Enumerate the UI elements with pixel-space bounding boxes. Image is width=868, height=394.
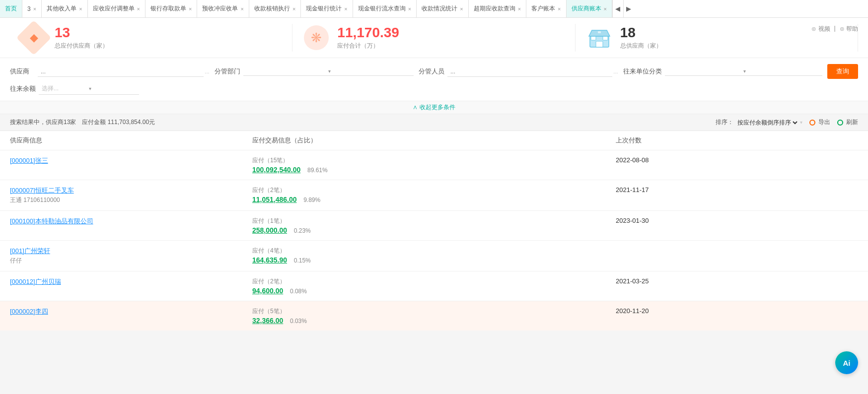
category-filter-select[interactable]: ▾ <box>665 67 823 76</box>
refresh-button[interactable]: 刷新 <box>837 118 858 127</box>
nav-next-arrow[interactable]: ▶ <box>623 0 634 17</box>
total-suppliers-count: 18 <box>620 25 662 41</box>
close-icon[interactable]: × <box>292 6 295 12</box>
close-icon[interactable]: × <box>79 6 82 12</box>
tx-label: 应付（15笔） <box>252 156 616 165</box>
table-header: 供应商信息 应付交易信息（占比） 上次付数 <box>0 131 868 150</box>
tx-amount[interactable]: 164,635.90 <box>252 256 287 264</box>
chevron-down-icon: ▾ <box>89 86 136 91</box>
ellipsis-icon: ... <box>205 68 209 74</box>
supplier-cell: [000002]李四 <box>10 307 252 325</box>
collapse-label: ∧ 收起更多条件 <box>413 104 455 111</box>
tx-amount[interactable]: 100,092,540.00 <box>252 166 300 174</box>
refresh-circle-icon <box>837 120 843 126</box>
supplier-name-link[interactable]: [000007]恒旺二手叉车 <box>10 186 252 195</box>
person-filter-input[interactable] <box>447 66 612 77</box>
close-icon[interactable]: × <box>344 6 347 12</box>
sort-chevron-icon: ▾ <box>800 120 802 125</box>
last-pay-date: 2023-01-30 <box>616 217 649 224</box>
close-icon[interactable]: × <box>558 6 561 12</box>
tx-percent: 0.08% <box>290 288 307 295</box>
nav-tab-prepay-offset[interactable]: 预收冲应收单 × <box>197 0 249 17</box>
tx-cell: 应付（2笔） 11,051,486.00 9.89% <box>252 186 616 204</box>
dept-filter-select[interactable]: ▾ <box>243 67 414 76</box>
close-icon[interactable]: × <box>518 6 521 12</box>
close-icon[interactable]: × <box>408 6 411 12</box>
tx-amount[interactable]: 94,600.00 <box>252 287 283 295</box>
table-row: [001]广州荣轩 仔仔 应付（4笔） 164,635.90 0.15% <box>0 241 868 271</box>
close-icon[interactable]: × <box>460 6 463 12</box>
close-icon[interactable]: × <box>137 6 140 12</box>
nav-tab-cash-bank-flow[interactable]: 现金银行流水查询 × <box>353 0 417 17</box>
supplier-name-link[interactable]: [000100]本特勒油品有限公司 <box>10 217 252 226</box>
supplier-filter-label: 供应商 <box>10 67 35 76</box>
table-row: [000007]恒旺二手叉车 王通 17106110000 应付（2笔） 11,… <box>0 180 868 211</box>
svg-rect-2 <box>591 36 596 40</box>
summary-bar: 13 总应付供应商（家） 11,170.39 应付合计（万） <box>0 18 868 58</box>
balance-filter-select[interactable]: 选择... ▾ <box>39 83 139 95</box>
close-icon[interactable]: × <box>33 6 36 12</box>
collapse-bar[interactable]: ∧ 收起更多条件 <box>0 101 868 114</box>
sort-select[interactable]: 按应付余额倒序排序 <box>735 119 799 127</box>
tx-cell: 应付（15笔） 100,092,540.00 89.61% <box>252 156 616 174</box>
supplier-filter-input[interactable] <box>38 66 204 77</box>
help-links: ⊙ 视频 | ⊙ 帮助 <box>811 25 858 33</box>
tx-amount[interactable]: 11,051,486.00 <box>252 196 297 203</box>
tx-percent: 0.03% <box>290 318 307 325</box>
category-filter-label: 往来单位分类 <box>623 67 662 76</box>
table-row: [000001]张三 应付（15笔） 100,092,540.00 89.61%… <box>0 150 868 180</box>
tx-amount[interactable]: 32,366.00 <box>252 317 283 325</box>
result-text-amount: 应付金额 111,703,854.00元 <box>82 118 155 127</box>
tx-amount[interactable]: 258,000.00 <box>252 226 287 234</box>
table-row: [000100]本特勒油品有限公司 应付（1笔） 258,000.00 0.23… <box>0 211 868 241</box>
video-link[interactable]: ⊙ 视频 <box>811 25 830 33</box>
nav-prev-arrow[interactable]: ◀ <box>612 0 623 17</box>
nav-tab-bank-deposit[interactable]: 银行存取款单 × <box>145 0 197 17</box>
payable-total-amount: 11,170.39 <box>337 25 399 41</box>
filter-person: 分管人员 ... <box>419 66 618 77</box>
data-table: 供应商信息 应付交易信息（占比） 上次付数 [000001]张三 应付（15笔）… <box>0 131 868 330</box>
filter-category: 往来单位分类 ▾ <box>623 67 823 76</box>
nav-tab-ar-ap-adjust[interactable]: 应收应付调整单 × <box>88 0 145 17</box>
search-button[interactable]: 查询 <box>827 64 858 79</box>
nav-tab-home[interactable]: 首页 <box>0 0 22 17</box>
nav-tab-overdue-ar[interactable]: 超期应收款查询 × <box>469 0 526 17</box>
chevron-down-icon: ▾ <box>743 68 819 74</box>
export-circle-icon <box>809 120 815 126</box>
nav-tab-customer-ledger[interactable]: 客户账本 × <box>526 0 566 17</box>
filter-area: 供应商 ... 分管部门 ▾ 分管人员 ... 往来单位分类 ▾ 查询 往来 <box>0 58 868 101</box>
close-icon[interactable]: × <box>604 6 607 12</box>
filter-row-2: 往来余额 选择... ▾ <box>10 83 858 95</box>
supplier-name-link[interactable]: [000002]李四 <box>10 307 252 316</box>
last-pay-cell: 2023-01-30 <box>616 217 858 234</box>
payable-suppliers-label: 总应付供应商（家） <box>55 42 108 50</box>
nav-tab-collection-stat[interactable]: 收款情况统计 × <box>417 0 468 17</box>
last-pay-date: 2021-03-25 <box>616 277 649 285</box>
tx-percent: 0.23% <box>294 227 311 234</box>
summary-card-payable-total: 11,170.39 应付合计（万） <box>292 24 575 52</box>
col-header-lastpay: 上次付数 <box>616 136 858 145</box>
supplier-name-link[interactable]: [000001]张三 <box>10 156 252 165</box>
close-icon[interactable]: × <box>240 6 243 12</box>
supplier-name-link[interactable]: [000012]广州贝瑞 <box>10 277 252 286</box>
tx-cell: 应付（5笔） 32,366.00 0.03% <box>252 307 616 325</box>
nav-tab-other-income[interactable]: 其他收入单 × <box>42 0 87 17</box>
summary-card-payable-suppliers: 13 总应付供应商（家） <box>10 24 292 52</box>
filter-supplier: 供应商 ... <box>10 66 210 77</box>
supplier-name-link[interactable]: [001]广州荣轩 <box>10 247 252 256</box>
export-button[interactable]: 导出 <box>809 118 830 127</box>
table-rows-container: [000001]张三 应付（15笔） 100,092,540.00 89.61%… <box>0 150 868 330</box>
payable-total-label: 应付合计（万） <box>337 42 399 50</box>
nav-tab-3[interactable]: 3 × <box>22 0 42 17</box>
supplier-contact: 仔仔 <box>10 257 252 265</box>
close-icon[interactable]: × <box>189 6 192 12</box>
last-pay-date: 2021-11-17 <box>616 186 649 194</box>
svg-rect-1 <box>596 41 603 47</box>
nav-tab-collection-exec[interactable]: 收款核销执行 × <box>249 0 301 17</box>
balance-filter-label: 往来余额 <box>10 84 36 93</box>
help-link[interactable]: ⊙ 帮助 <box>840 25 858 33</box>
tx-label: 应付（4笔） <box>252 247 616 255</box>
nav-tab-cash-bank-stat[interactable]: 现金银行统计 × <box>301 0 353 17</box>
col-header-supplier: 供应商信息 <box>10 136 252 145</box>
nav-tab-supplier-ledger[interactable]: 供应商账本 × <box>567 0 612 17</box>
